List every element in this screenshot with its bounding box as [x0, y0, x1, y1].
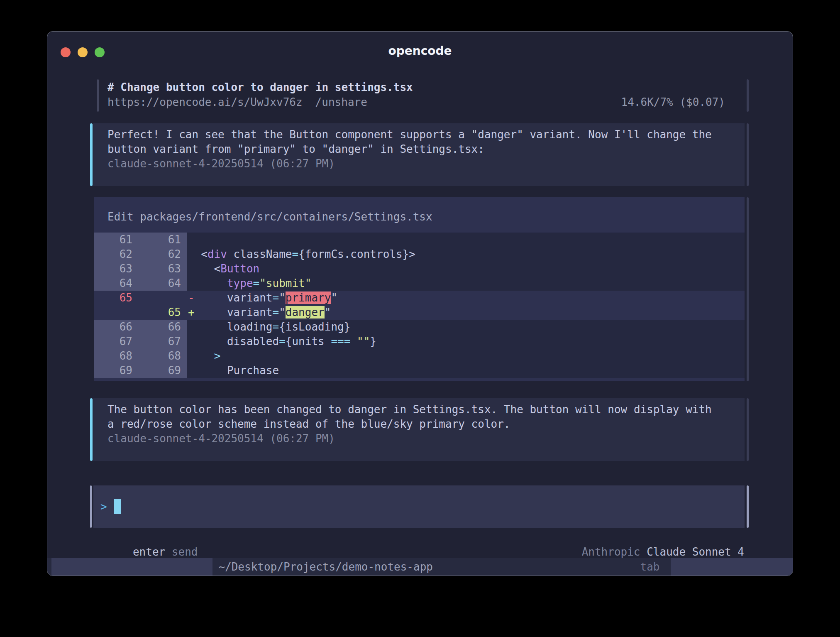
code-line: loading={isLoading}	[187, 320, 745, 334]
app-version-segment: opencode v0.3.11	[51, 558, 212, 576]
model-timestamp: claude-sonnet-4-20250514 (06:27 PM)	[107, 431, 750, 446]
line-number-old: 62	[94, 247, 135, 262]
code-line: <Button	[187, 262, 745, 276]
message-line: Perfect! I can see that the Button compo…	[107, 127, 750, 142]
line-number-new: 64	[135, 276, 187, 291]
share-url[interactable]: https://opencode.ai/s/UwJxv76z	[107, 95, 303, 110]
line-number-new	[135, 291, 187, 305]
line-number-new: 66	[135, 320, 187, 334]
assistant-message: The button color has been changed to dan…	[90, 398, 750, 461]
code-line	[187, 233, 745, 247]
code-line: type="submit"	[187, 276, 745, 291]
line-number-new: 68	[135, 349, 187, 363]
line-number-new: 63	[135, 262, 187, 276]
line-number-new: 69	[135, 363, 187, 378]
tab-key-hint[interactable]: tab	[640, 558, 660, 576]
line-number-new: 61	[135, 233, 187, 247]
hint-action: send	[172, 546, 198, 558]
line-number-old	[94, 305, 135, 320]
window-title: opencode	[47, 44, 793, 58]
header-right-rule	[747, 79, 749, 112]
prompt-caret: >	[100, 499, 107, 514]
line-number-old: 67	[94, 334, 135, 349]
line-number-new: 62	[135, 247, 187, 262]
opencode-window: opencode # Change button color to danger…	[47, 31, 793, 576]
line-number-old: 65	[94, 291, 135, 305]
code-line: disabled={units === ""}	[187, 334, 745, 349]
diff-row: 6464 type="submit"	[94, 276, 745, 291]
line-number-old: 63	[94, 262, 135, 276]
model-provider: Anthropic	[582, 546, 640, 558]
titlebar: opencode	[47, 32, 793, 62]
line-number-old: 69	[94, 363, 135, 378]
line-number-old: 61	[94, 233, 135, 247]
message-line: The button color has been changed to dan…	[107, 402, 750, 417]
code-line: Purchase	[187, 363, 745, 378]
unshare-link[interactable]: /unshare	[315, 95, 367, 110]
model-name: Claude Sonnet 4	[647, 546, 744, 558]
message-text: Perfect! I can see that the Button compo…	[90, 123, 750, 171]
code-line: >	[187, 349, 745, 363]
line-number-new: 67	[135, 334, 187, 349]
line-number-old: 66	[94, 320, 135, 334]
edit-title: Edit packages/frontend/src/containers/Se…	[90, 197, 750, 224]
code-line: <div className={formCs.controls}>	[187, 247, 745, 262]
message-line: button variant from "primary" to "danger…	[107, 142, 750, 157]
diff-row: 65- variant="primary"	[94, 291, 745, 305]
message-line: a red/rose color scheme instead of the b…	[107, 417, 750, 431]
line-number-old: 64	[94, 276, 135, 291]
line-number-new: 65	[135, 305, 187, 320]
line-number-old: 68	[94, 349, 135, 363]
diff-row: 6868 >	[94, 349, 745, 363]
header-left-rule	[97, 79, 99, 112]
status-bar: opencode v0.3.11 ~/Desktop/Projects/demo…	[47, 558, 793, 576]
mode-segment[interactable]: BUILD MODE	[671, 558, 793, 576]
text-cursor	[114, 499, 121, 514]
prompt-input[interactable]: >	[90, 485, 750, 528]
code-line: - variant="primary"	[187, 291, 745, 305]
model-timestamp: claude-sonnet-4-20250514 (06:27 PM)	[107, 157, 750, 171]
hint-row: enter send Anthropic Claude Sonnet 4	[90, 530, 750, 545]
message-text: The button color has been changed to dan…	[90, 398, 750, 446]
session-title: # Change button color to danger in setti…	[107, 79, 750, 95]
working-directory: ~/Desktop/Projects/demo-notes-app	[218, 558, 433, 576]
token-cost-stats: 14.6K/7% ($0.07)	[621, 95, 725, 110]
diff-row: 6262 <div className={formCs.controls}>	[94, 247, 745, 262]
diff-row: 6161	[94, 233, 745, 247]
session-header: # Change button color to danger in setti…	[90, 79, 750, 112]
code-line: + variant="danger"	[187, 305, 745, 320]
assistant-message: Perfect! I can see that the Button compo…	[90, 123, 750, 186]
edit-tool-block: Edit packages/frontend/src/containers/Se…	[90, 197, 750, 381]
diff-row: 6666 loading={isLoading}	[94, 320, 745, 334]
edit-right-rule	[747, 197, 749, 381]
diff-row: 65+ variant="danger"	[94, 305, 745, 320]
hint-key: enter	[133, 546, 165, 558]
diff-row: 6767 disabled={units === ""}	[94, 334, 745, 349]
diff-row: 6363 <Button	[94, 262, 745, 276]
diff-row: 6969 Purchase	[94, 363, 745, 378]
diff-view: 61616262 <div className={formCs.controls…	[94, 233, 745, 378]
